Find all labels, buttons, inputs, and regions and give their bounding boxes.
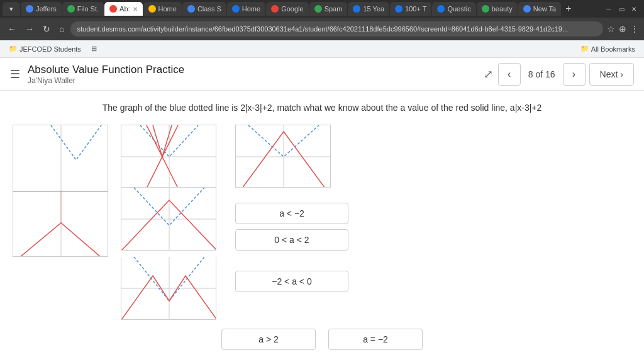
close-button[interactable]: ✕: [629, 4, 639, 14]
tab-ab[interactable]: Ab: ✕: [104, 2, 143, 16]
tab-class[interactable]: Class S: [182, 2, 226, 16]
all-bookmarks-label: All Bookmarks: [591, 45, 635, 53]
browser-chrome: ▾ Jeffers Filo St. Ab: ✕ Home Class S: [0, 0, 644, 58]
window-controls: ─ ▭ ✕: [604, 4, 644, 14]
grid-icon: ⊞: [91, 45, 97, 53]
tab-favicon: [67, 5, 75, 13]
right-column: a < −2 0 < a < 2 −2 < a < 0: [235, 125, 348, 292]
folder-icon: 📁: [580, 45, 589, 53]
next-button[interactable]: Next ›: [589, 63, 634, 86]
address-input[interactable]: [70, 21, 603, 37]
tab-label: Ab:: [119, 5, 130, 13]
app-header: ☰ Absolute Value Function Practice Ja'Ni…: [0, 58, 644, 91]
answer-box-a-greater-2[interactable]: a > 2: [221, 329, 316, 350]
tab-favicon: [437, 5, 445, 13]
tab-favicon: [353, 5, 360, 13]
tab-favicon: [187, 5, 195, 13]
bookmarks-bar: 📁 JEFCOED Students ⊞ 📁 All Bookmarks: [0, 40, 644, 58]
answer-box-neg2-less-a-less-0[interactable]: −2 < a < 0: [235, 271, 348, 292]
graph-3[interactable]: [121, 188, 216, 251]
tab-filo[interactable]: Filo St.: [62, 2, 104, 16]
graphs-area: a < −2 0 < a < 2 −2 < a < 0: [13, 125, 631, 320]
tab-100t[interactable]: 100+ T: [390, 2, 431, 16]
tab-label: Home: [158, 5, 177, 13]
tab-group-selector[interactable]: ▾: [3, 2, 20, 16]
tab-home1[interactable]: Home: [143, 2, 182, 16]
minimize-button[interactable]: ─: [604, 4, 614, 14]
tab-home2[interactable]: Home: [227, 2, 265, 16]
answer-box-a-equals-neg2[interactable]: a = −2: [328, 329, 423, 350]
tab-newta[interactable]: New Ta: [518, 2, 561, 16]
back-button[interactable]: ←: [5, 23, 19, 35]
answer-box-a-less-neg2[interactable]: a < −2: [235, 203, 348, 224]
answer-label: a < −2: [279, 208, 304, 218]
mid-column: [121, 125, 216, 320]
app-subtitle: Ja'Niya Waller: [28, 76, 479, 85]
tab-bar: ▾ Jeffers Filo St. Ab: ✕ Home Class S: [0, 0, 644, 18]
tab-label: Home: [242, 5, 260, 13]
tab-label: Class S: [197, 5, 221, 13]
next-label: Next: [600, 69, 618, 79]
bookmark-jefcoed[interactable]: 📁 JEFCOED Students: [5, 43, 85, 54]
tab-label: Google: [281, 5, 303, 13]
answer-label: a = −2: [363, 334, 388, 344]
hamburger-menu-button[interactable]: ☰: [10, 67, 20, 81]
question-text: The graph of the blue dotted line is 2|x…: [13, 102, 631, 115]
tab-label: Filo St.: [77, 5, 99, 13]
graph-1[interactable]: [13, 125, 108, 257]
app-title: Absolute Value Function Practice: [28, 64, 479, 76]
tab-label: 15 Yea: [363, 5, 384, 13]
bookmarks-right: 📁 All Bookmarks: [577, 43, 639, 54]
graph-right[interactable]: [235, 125, 331, 188]
left-column: [13, 125, 108, 257]
tab-label: beauty: [492, 5, 513, 13]
bookmark-label: JEFCOED Students: [19, 45, 81, 53]
tab-15yea[interactable]: 15 Yea: [348, 2, 389, 16]
tab-favicon: [482, 5, 489, 13]
menu-icon[interactable]: ⋮: [630, 24, 639, 34]
next-page-arrow-button[interactable]: ›: [563, 63, 586, 86]
answer-label: −2 < a < 0: [272, 276, 311, 286]
answer-label: a > 2: [258, 334, 279, 344]
answer-box-0-less-a-less-2[interactable]: 0 < a < 2: [235, 229, 348, 251]
tab-label: Questic: [447, 5, 470, 13]
tab-favicon: [314, 5, 322, 13]
tab-jeffers[interactable]: Jeffers: [21, 2, 62, 16]
tab-favicon: [395, 5, 402, 13]
app-title-block: Absolute Value Function Practice Ja'Niya…: [28, 64, 479, 85]
extensions-icon[interactable]: ⊕: [619, 24, 626, 34]
main-content: The graph of the blue dotted line is 2|x…: [0, 91, 644, 356]
tab-favicon: [109, 5, 117, 13]
graph-4-svg: [121, 257, 216, 320]
new-tab-button[interactable]: +: [562, 3, 575, 14]
answer-label: 0 < a < 2: [274, 235, 309, 245]
graph-right-svg: [236, 125, 331, 188]
address-bar-row: ← → ↻ ⌂ ☆ ⊕ ⋮: [0, 18, 644, 40]
bottom-answers: a > 2 a = −2: [13, 329, 631, 350]
nav-controls: ‹ 8 of 16 › Next ›: [498, 63, 634, 86]
bookmark-grid[interactable]: ⊞: [87, 43, 101, 54]
home-button[interactable]: ⌂: [57, 23, 67, 35]
refresh-button[interactable]: ↻: [40, 23, 53, 35]
tab-favicon: [271, 5, 279, 13]
tab-beauty[interactable]: beauty: [477, 2, 518, 16]
graph-4[interactable]: [121, 257, 216, 320]
tab-close-icon[interactable]: ✕: [133, 6, 138, 13]
tab-favicon: [232, 5, 240, 13]
bookmark-star-icon[interactable]: ☆: [607, 24, 615, 34]
spacer: [235, 193, 348, 198]
graph-2-svg: [121, 125, 216, 188]
expand-button[interactable]: ⤢: [479, 65, 498, 84]
prev-page-button[interactable]: ‹: [498, 63, 521, 86]
spacer2: [235, 256, 348, 266]
bookmark-all[interactable]: 📁 All Bookmarks: [577, 43, 639, 54]
tab-label: Jeffers: [36, 5, 57, 13]
tab-spam[interactable]: Spam: [309, 2, 348, 16]
forward-button[interactable]: →: [23, 23, 36, 35]
graph-2[interactable]: [121, 125, 216, 188]
tab-google[interactable]: Google: [266, 2, 308, 16]
page-indicator: 8 of 16: [525, 69, 559, 79]
graph-1-svg: [13, 125, 108, 257]
restore-button[interactable]: ▭: [616, 4, 626, 14]
tab-questic[interactable]: Questic: [432, 2, 475, 16]
